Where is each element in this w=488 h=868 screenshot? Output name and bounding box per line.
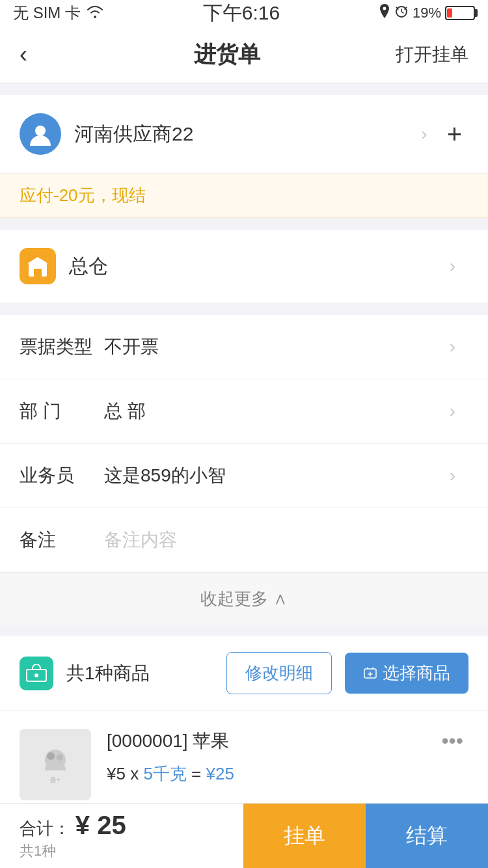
status-time: 下午6:16: [203, 0, 280, 27]
section-gap-2: [0, 218, 488, 230]
product-item: 兽+ [0000001] 苹果 ¥5 x 5千克 = ¥25 •••: [0, 710, 488, 819]
footer-total: 合计： ¥ 25 共1种: [0, 811, 243, 861]
department-chevron-icon: ›: [450, 401, 455, 422]
back-button[interactable]: ‹: [20, 41, 59, 68]
svg-point-1: [35, 126, 46, 136]
remark-row[interactable]: 备注 备注内容: [0, 508, 488, 573]
salesperson-value: 这是859的小智: [104, 463, 450, 488]
supplier-avatar: [20, 113, 61, 155]
svg-text:兽+: 兽+: [50, 776, 61, 783]
supplier-notice: 应付-20元，现结: [0, 174, 488, 218]
page-title: 进货单: [194, 40, 260, 70]
wifi-icon: [86, 4, 104, 22]
alarm-icon: [394, 4, 409, 22]
svg-point-8: [47, 752, 55, 760]
status-bar: 无 SIM 卡 下午6:16 19%: [0, 0, 488, 26]
department-value: 总 部: [104, 399, 450, 424]
section-gap-4: [0, 625, 488, 636]
section-gap-3: [0, 303, 488, 315]
supplier-section: 河南供应商22 › + 应付-20元，现结: [0, 95, 488, 218]
department-row[interactable]: 部 门 总 部 ›: [0, 379, 488, 444]
product-more-button[interactable]: •••: [436, 729, 468, 753]
salesperson-label: 业务员: [20, 463, 104, 488]
footer: 合计： ¥ 25 共1种 挂单 结算: [0, 803, 488, 868]
total-amount: ¥ 25: [75, 811, 126, 839]
product-info: [0000001] 苹果 ¥5 x 5千克 = ¥25: [107, 729, 436, 785]
svg-point-5: [34, 673, 38, 677]
status-left: 无 SIM 卡: [13, 3, 104, 23]
department-label: 部 门: [20, 399, 104, 424]
supplier-name: 河南供应商22: [74, 121, 421, 148]
warehouse-icon-container: [20, 248, 56, 284]
product-price: ¥5 x 5千克 = ¥25: [107, 763, 436, 785]
select-product-label: 选择商品: [383, 662, 450, 685]
invoice-type-chevron-icon: ›: [450, 336, 455, 357]
invoice-type-row[interactable]: 票据类型 不开票 ›: [0, 315, 488, 379]
warehouse-section: 总仓 ›: [0, 230, 488, 303]
edit-detail-button[interactable]: 修改明细: [226, 652, 332, 694]
products-section: 共1种商品 修改明细 选择商品 兽+: [0, 636, 488, 819]
select-product-button[interactable]: 选择商品: [345, 653, 468, 694]
carrier-text: 无 SIM 卡: [13, 3, 81, 23]
remark-label: 备注: [20, 528, 104, 552]
total-sub: 共1种: [20, 841, 224, 861]
products-header: 共1种商品 修改明细 选择商品: [0, 636, 488, 710]
supplier-chevron-icon: ›: [421, 124, 427, 144]
salesperson-chevron-icon: ›: [450, 465, 455, 486]
warehouse-chevron-icon: ›: [450, 256, 455, 277]
checkout-button[interactable]: 结算: [366, 804, 488, 869]
form-section: 票据类型 不开票 › 部 门 总 部 › 业务员 这是859的小智 › 备注 备…: [0, 315, 488, 625]
battery-percent: 19%: [413, 5, 441, 21]
open-hold-button[interactable]: 打开挂单: [396, 42, 468, 67]
status-right: 19%: [379, 4, 475, 22]
warehouse-row[interactable]: 总仓 ›: [0, 230, 488, 303]
location-icon: [379, 4, 390, 22]
total-row: 合计： ¥ 25: [20, 811, 224, 840]
svg-point-9: [57, 754, 63, 761]
collapse-button[interactable]: 收起更多 ∧: [0, 573, 488, 625]
add-supplier-button[interactable]: +: [441, 120, 468, 149]
products-icon-container: [20, 657, 53, 690]
salesperson-row[interactable]: 业务员 这是859的小智 ›: [0, 444, 488, 508]
nav-bar: ‹ 进货单 打开挂单: [0, 26, 488, 83]
product-thumbnail: 兽+: [20, 729, 91, 800]
invoice-type-value: 不开票: [104, 334, 450, 359]
product-name: [0000001] 苹果: [107, 729, 436, 753]
warehouse-label: 总仓: [69, 253, 450, 280]
battery-icon: [445, 6, 475, 20]
hold-button[interactable]: 挂单: [243, 804, 366, 869]
remark-input[interactable]: 备注内容: [104, 528, 468, 552]
products-count: 共1种商品: [66, 661, 213, 686]
total-label: 合计：: [20, 819, 70, 838]
section-gap-1: [0, 83, 488, 95]
invoice-type-label: 票据类型: [20, 334, 104, 359]
svg-rect-3: [34, 269, 42, 277]
supplier-row[interactable]: 河南供应商22 › +: [0, 95, 488, 174]
